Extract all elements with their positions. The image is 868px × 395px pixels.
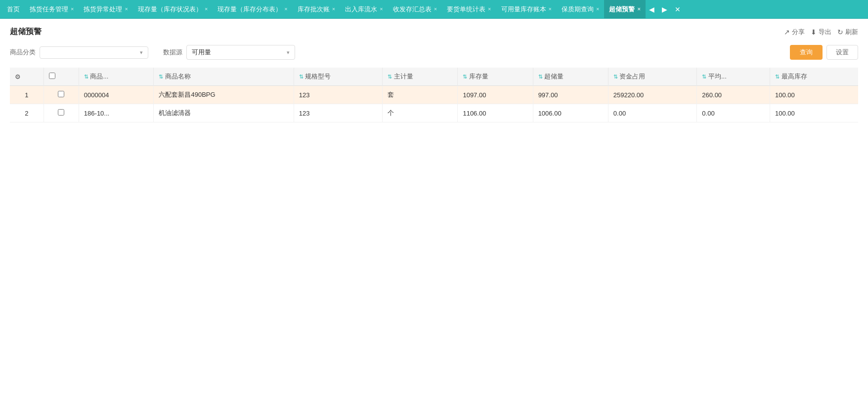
row-number: 1 <box>10 86 43 104</box>
row-product-name: 机油滤清器 <box>154 104 294 122</box>
share-icon: ↗ <box>784 28 790 36</box>
row-overstock: 1006.00 <box>533 104 608 122</box>
th-capital-usage[interactable]: ⇅ 资金占用 <box>608 68 696 86</box>
th-unit[interactable]: ⇅ 主计量 <box>383 68 458 86</box>
refresh-icon: ↻ <box>837 28 843 36</box>
page-container: 超储预警 ↗ 分享 ⬇ 导出 ↻ 刷新 商品分类 ▾ 数据源 <box>0 19 868 130</box>
table-header-row: ⚙ ⇅ 商品... ⇅ 商品名称 ⇅ 规格型号 ⇅ <box>10 68 858 86</box>
category-filter: 商品分类 ▾ <box>10 46 148 59</box>
close-icon[interactable]: × <box>434 6 437 12</box>
close-icon[interactable]: × <box>549 6 552 12</box>
datasource-label: 数据源 <box>163 48 182 57</box>
th-product-code[interactable]: ⇅ 商品... <box>79 68 154 86</box>
topbar: 首页 拣货任务管理 × 拣货异常处理 × 现存量（库存状况表） × 现存量（库存… <box>0 0 868 19</box>
close-icon[interactable]: × <box>205 6 208 12</box>
row-avg: 0.00 <box>697 104 770 122</box>
tab-collect-account[interactable]: 收发存汇总表 × <box>388 0 442 19</box>
table-row: 2 186-10... 机油滤清器 123 个 1106.00 1006.00 … <box>10 104 858 122</box>
row-spec: 123 <box>294 104 382 122</box>
gear-icon: ⚙ <box>15 73 21 80</box>
sort-icon: ⇅ <box>775 74 780 79</box>
th-inventory[interactable]: ⇅ 库存量 <box>458 68 533 86</box>
th-avg[interactable]: ⇅ 平均... <box>697 68 770 86</box>
export-button[interactable]: ⬇ 导出 <box>811 28 831 37</box>
row-checkbox[interactable] <box>58 109 64 116</box>
row-product-name: 六配套新昌490BPG <box>154 86 294 104</box>
row-number: 2 <box>10 104 43 122</box>
row-unit: 个 <box>383 104 458 122</box>
tab-inventory-dist[interactable]: 现存量（库存分布表） × <box>213 0 292 19</box>
row-capital-usage: 0.00 <box>608 104 696 122</box>
row-inventory: 1097.00 <box>458 86 533 104</box>
th-checkbox[interactable] <box>43 68 79 86</box>
close-icon[interactable]: × <box>637 6 640 12</box>
table-row: 1 0000004 六配套新昌490BPG 123 套 1097.00 997.… <box>10 86 858 104</box>
sort-icon: ⇅ <box>463 74 467 79</box>
row-checkbox-cell[interactable] <box>43 86 79 104</box>
datasource-filter: 数据源 可用量 ▾ <box>163 45 295 60</box>
page-header: 超储预警 ↗ 分享 ⬇ 导出 ↻ 刷新 <box>10 27 858 37</box>
tab-inout-flow[interactable]: 出入库流水 × <box>340 0 388 19</box>
sort-icon: ⇅ <box>702 74 706 79</box>
select-all-checkbox[interactable] <box>49 73 55 79</box>
category-select[interactable]: ▾ <box>40 46 148 59</box>
tab-task-mgmt[interactable]: 拣货任务管理 × <box>25 0 79 19</box>
tab-avail-account[interactable]: 可用量库存账本 × <box>496 0 557 19</box>
close-icon[interactable]: × <box>596 6 599 12</box>
refresh-button[interactable]: ↻ 刷新 <box>837 28 858 37</box>
export-icon: ⬇ <box>811 28 817 36</box>
sort-icon: ⇅ <box>159 74 163 79</box>
close-icon[interactable]: × <box>488 6 491 12</box>
row-checkbox-cell[interactable] <box>43 104 79 122</box>
close-icon[interactable]: × <box>380 6 383 12</box>
row-max-inventory: 100.00 <box>770 86 858 104</box>
tab-overstock-warning[interactable]: 超储预警 × <box>604 0 645 19</box>
datasource-select[interactable]: 可用量 ▾ <box>186 45 295 60</box>
sort-icon: ⇅ <box>613 74 618 79</box>
row-avg: 260.00 <box>697 86 770 104</box>
th-overstock[interactable]: ⇅ 超储量 <box>533 68 608 86</box>
settings-button[interactable]: 设置 <box>826 45 858 60</box>
sort-icon: ⇅ <box>388 74 392 79</box>
nav-close-button[interactable]: ✕ <box>671 0 684 19</box>
page-title: 超储预警 <box>10 27 42 37</box>
close-icon[interactable]: × <box>284 6 287 12</box>
sort-icon: ⇅ <box>538 74 543 79</box>
query-button[interactable]: 查询 <box>790 45 823 60</box>
close-icon[interactable]: × <box>71 6 74 12</box>
tab-home[interactable]: 首页 <box>2 0 25 19</box>
row-inventory: 1106.00 <box>458 104 533 122</box>
row-product-code: 0000004 <box>79 86 154 104</box>
th-product-name[interactable]: ⇅ 商品名称 <box>154 68 294 86</box>
row-max-inventory: 100.00 <box>770 104 858 122</box>
row-checkbox[interactable] <box>58 91 64 97</box>
nav-prev-button[interactable]: ◀ <box>646 0 658 19</box>
tab-batch-account[interactable]: 库存批次账 × <box>293 0 340 19</box>
row-unit: 套 <box>383 86 458 104</box>
close-icon[interactable]: × <box>332 6 335 12</box>
tab-quality-check[interactable]: 保质期查询 × <box>557 0 604 19</box>
row-product-code: 186-10... <box>79 104 154 122</box>
close-icon[interactable]: × <box>125 6 128 12</box>
share-button[interactable]: ↗ 分享 <box>784 28 805 37</box>
row-capital-usage: 259220.00 <box>608 86 696 104</box>
th-spec[interactable]: ⇅ 规格型号 <box>294 68 382 86</box>
sort-icon: ⇅ <box>299 74 304 79</box>
sort-icon: ⇅ <box>84 74 88 79</box>
data-table: ⚙ ⇅ 商品... ⇅ 商品名称 ⇅ 规格型号 ⇅ <box>10 68 858 122</box>
chevron-down-icon: ▾ <box>140 49 143 56</box>
th-max-inventory[interactable]: ⇅ 最高库存 <box>770 68 858 86</box>
filter-row: 商品分类 ▾ 数据源 可用量 ▾ 查询 设置 <box>10 45 858 60</box>
tab-abnormal[interactable]: 拣货异常处理 × <box>79 0 132 19</box>
nav-next-button[interactable]: ▶ <box>658 0 671 19</box>
tab-order-stats[interactable]: 要货单统计表 × <box>442 0 496 19</box>
category-label: 商品分类 <box>10 48 36 57</box>
datasource-value: 可用量 <box>192 48 211 57</box>
th-gear[interactable]: ⚙ <box>10 68 43 86</box>
filter-buttons: 查询 设置 <box>790 45 858 60</box>
page-actions: ↗ 分享 ⬇ 导出 ↻ 刷新 <box>784 28 858 37</box>
row-overstock: 997.00 <box>533 86 608 104</box>
row-spec: 123 <box>294 86 382 104</box>
chevron-down-icon: ▾ <box>287 49 290 56</box>
tab-inventory-status[interactable]: 现存量（库存状况表） × <box>133 0 213 19</box>
